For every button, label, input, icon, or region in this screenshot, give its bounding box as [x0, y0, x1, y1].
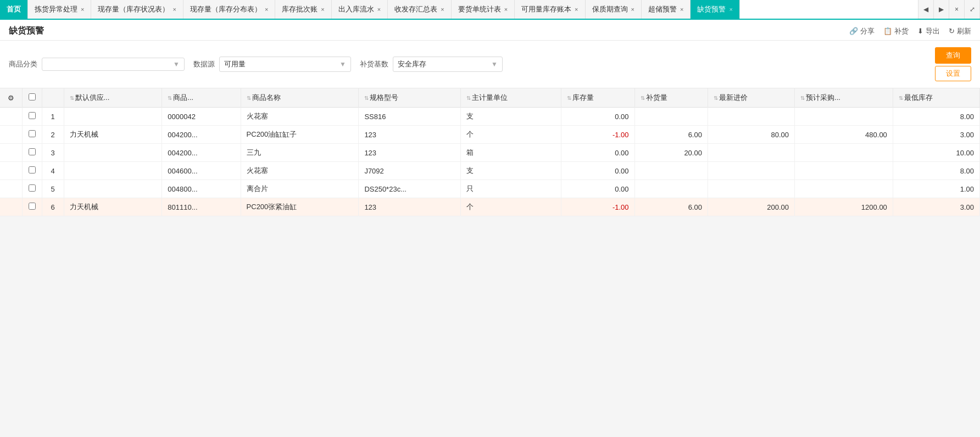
- row-num: 3: [42, 144, 64, 162]
- tab-expand-button[interactable]: ⤢: [965, 0, 980, 19]
- row-num: 4: [42, 162, 64, 180]
- sort-icon-name: ⇅: [247, 95, 251, 101]
- column-checkbox[interactable]: [22, 88, 42, 108]
- tab-close-inventory-status[interactable]: ×: [172, 6, 176, 13]
- replenish-action[interactable]: 📋 补货: [883, 26, 909, 36]
- row-stock: 0.00: [561, 108, 634, 126]
- column-settings[interactable]: ⚙: [0, 88, 22, 108]
- sort-icon-price: ⇅: [714, 95, 718, 101]
- row-min-stock: 8.00: [893, 108, 979, 126]
- row-checkbox[interactable]: [29, 203, 36, 210]
- tab-available-ledger[interactable]: 可用量库存账本×: [515, 0, 585, 19]
- tab-home[interactable]: 首页: [0, 0, 28, 19]
- export-label: 导出: [926, 26, 940, 36]
- tab-close-flow[interactable]: ×: [377, 6, 381, 13]
- table-header-row: ⚙ ⇅默认供应... ⇅商品... ⇅商品名称: [0, 88, 980, 108]
- tab-close-collect-summary[interactable]: ×: [441, 6, 444, 13]
- row-checkbox[interactable]: [29, 130, 36, 137]
- row-checkbox-cell[interactable]: [22, 108, 42, 126]
- share-action[interactable]: 🔗 分享: [849, 26, 875, 36]
- row-product-code: 801110...: [162, 198, 241, 216]
- table-row: 10000042火花塞SS816支0.008.00: [0, 108, 980, 126]
- column-forecast-purchase[interactable]: ⇅预计采购...: [795, 88, 893, 108]
- tab-close-overstock[interactable]: ×: [680, 6, 683, 13]
- export-icon: ⬇: [917, 27, 923, 35]
- category-filter-group: 商品分类 ▼: [9, 58, 185, 71]
- tab-close-order-stat[interactable]: ×: [504, 6, 508, 13]
- row-settings-cell: [0, 144, 22, 162]
- row-checkbox-cell[interactable]: [22, 144, 42, 162]
- sort-icon-code: ⇅: [168, 95, 172, 101]
- tab-flow[interactable]: 出入库流水×: [332, 0, 388, 19]
- tab-close-shortage[interactable]: ×: [729, 6, 732, 13]
- tab-close-expiry[interactable]: ×: [631, 6, 634, 13]
- tab-shortage[interactable]: 缺货预警×: [691, 0, 739, 19]
- tab-label-inventory-status: 现存量（库存状况表）: [98, 4, 169, 14]
- tab-label-expiry: 保质期查询: [592, 4, 628, 14]
- row-checkbox-cell[interactable]: [22, 180, 42, 198]
- query-button[interactable]: 查询: [935, 47, 971, 64]
- tab-close-inventory-dist[interactable]: ×: [265, 6, 268, 13]
- refresh-icon: ↻: [949, 27, 955, 35]
- column-default-supplier[interactable]: ⇅默认供应...: [64, 88, 162, 108]
- row-supplier: [64, 144, 162, 162]
- tab-prev-button[interactable]: ◀: [918, 0, 934, 19]
- column-unit[interactable]: ⇅主计量单位: [461, 88, 561, 108]
- row-min-stock: 8.00: [893, 162, 979, 180]
- tab-expiry[interactable]: 保质期查询×: [586, 0, 642, 19]
- row-stock: -1.00: [561, 126, 634, 144]
- column-latest-price[interactable]: ⇅最新进价: [708, 88, 794, 108]
- row-stock: 0.00: [561, 144, 634, 162]
- tab-close-exception[interactable]: ×: [81, 6, 84, 13]
- row-checkbox-cell[interactable]: [22, 126, 42, 144]
- column-product-name[interactable]: ⇅商品名称: [241, 88, 359, 108]
- row-settings-cell: [0, 162, 22, 180]
- row-checkbox[interactable]: [29, 166, 36, 173]
- row-checkbox-cell[interactable]: [22, 162, 42, 180]
- datasource-filter-label: 数据源: [193, 59, 215, 69]
- datasource-select[interactable]: 可用量 ▼: [219, 57, 351, 72]
- settings-button[interactable]: 设置: [935, 66, 971, 81]
- tab-collect-summary[interactable]: 收发存汇总表×: [388, 0, 451, 19]
- column-min-stock[interactable]: ⇅最低库存: [893, 88, 979, 108]
- tab-nav-buttons: ◀ ▶ × ⤢: [918, 0, 980, 19]
- row-settings-cell: [0, 180, 22, 198]
- row-product-code: 004200...: [162, 126, 241, 144]
- select-all-checkbox[interactable]: [29, 93, 36, 100]
- tab-label-exception: 拣货异常处理: [35, 4, 77, 14]
- tab-close-available-ledger[interactable]: ×: [575, 6, 578, 13]
- replenish-select-value: 安全库存: [398, 59, 487, 69]
- row-checkbox[interactable]: [29, 148, 36, 155]
- row-num: 2: [42, 126, 64, 144]
- row-forecast-purchase: 480.00: [795, 126, 893, 144]
- table-row: 4004600...火花塞J7092支0.008.00: [0, 162, 980, 180]
- tab-close-batch-account[interactable]: ×: [321, 6, 324, 13]
- tab-inventory-status[interactable]: 现存量（库存状况表）×: [91, 0, 183, 19]
- row-checkbox[interactable]: [29, 112, 36, 119]
- tab-next-button[interactable]: ▶: [934, 0, 949, 19]
- row-stock: 0.00: [561, 162, 634, 180]
- tab-exception[interactable]: 拣货异常处理×: [28, 0, 91, 19]
- row-product-code: 0000042: [162, 108, 241, 126]
- replenish-label: 补货: [894, 26, 909, 36]
- row-latest-price: 200.00: [708, 198, 794, 216]
- replenish-icon: 📋: [883, 27, 892, 35]
- refresh-action[interactable]: ↻ 刷新: [949, 26, 971, 36]
- tab-label-shortage: 缺货预警: [697, 4, 726, 14]
- row-num: 5: [42, 180, 64, 198]
- tab-overstock[interactable]: 超储预警×: [642, 0, 691, 19]
- category-select[interactable]: ▼: [42, 58, 185, 71]
- column-stock[interactable]: ⇅库存量: [561, 88, 634, 108]
- replenish-select[interactable]: 安全库存 ▼: [393, 57, 503, 72]
- row-checkbox[interactable]: [29, 184, 36, 192]
- page-title: 缺货预警: [9, 25, 44, 37]
- column-spec[interactable]: ⇅规格型号: [359, 88, 461, 108]
- tab-order-stat[interactable]: 要货单统计表×: [452, 0, 515, 19]
- tab-close-button[interactable]: ×: [949, 0, 965, 19]
- tab-inventory-dist[interactable]: 现存量（库存分布表）×: [183, 0, 275, 19]
- export-action[interactable]: ⬇ 导出: [917, 26, 940, 36]
- row-checkbox-cell[interactable]: [22, 198, 42, 216]
- tab-batch-account[interactable]: 库存批次账×: [275, 0, 331, 19]
- column-product-code[interactable]: ⇅商品...: [162, 88, 241, 108]
- column-replenish-qty[interactable]: ⇅补货量: [634, 88, 708, 108]
